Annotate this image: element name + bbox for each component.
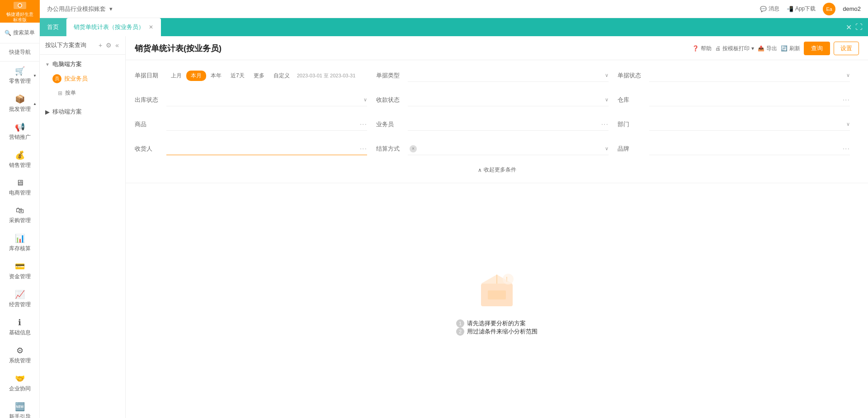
warehouse-input[interactable]: ··· — [649, 94, 850, 106]
collapse-label: 收起更多条件 — [484, 166, 516, 174]
date-tab-custom[interactable]: 自定义 — [269, 71, 294, 81]
scheme-collapse-button[interactable]: « — [114, 41, 120, 50]
sidebar-item-enterprise[interactable]: 🤝 企业协同 — [0, 369, 39, 397]
scheme-panel-title: 按以下方案查询 — [45, 41, 86, 49]
scheme-sub-item-order[interactable]: ⊞ 按单 — [40, 86, 125, 100]
refresh-icon: 🔄 — [781, 45, 788, 52]
sidebar-item-business[interactable]: 📈 经营管理 — [0, 285, 39, 313]
print-dropdown-arrow: ▾ — [751, 45, 754, 52]
date-tab-lastmonth[interactable]: 上月 — [166, 71, 186, 81]
tabbar-actions: ✕ ⛶ — [846, 18, 868, 36]
ecommerce-icon: 🖥 — [16, 178, 24, 188]
breadcrumb-dropdown[interactable]: ▾ — [109, 5, 113, 12]
sidebar-item-marketing[interactable]: 📢 营销推广 — [0, 118, 39, 146]
sales-icon: 💰 — [15, 150, 25, 160]
filter-salesperson-cell: 业务员 ··· — [376, 114, 618, 134]
enterprise-icon: 🤝 — [15, 374, 25, 384]
user-avatar[interactable]: Ea — [823, 3, 835, 15]
refresh-button[interactable]: 🔄 刷新 — [781, 45, 800, 52]
tip2-num: 2 — [456, 328, 464, 336]
desktop-group-arrow: ▼ — [45, 62, 50, 67]
print-button[interactable]: 🖨 按模板打印 ▾ — [715, 45, 754, 52]
topbar-breadcrumb: 办公用品行业模拟账套 ▾ — [47, 5, 113, 13]
search-menu-button[interactable]: 🔍 搜索菜单 — [3, 26, 37, 39]
brand-label: 品牌 — [618, 145, 649, 153]
scheme-add-button[interactable]: + — [98, 41, 103, 50]
inventory-icon: 📊 — [15, 233, 25, 243]
date-tab-more[interactable]: 更多 — [249, 71, 269, 81]
tab-home[interactable]: 首页 — [40, 18, 66, 36]
outstatus-select[interactable]: ∨ — [166, 94, 367, 106]
settings-button[interactable]: 设置 — [834, 42, 859, 55]
app-logo[interactable]: 畅捷通好生意 标准版 — [0, 0, 40, 23]
sidebar-item-basics[interactable]: ℹ 基础信息 — [0, 313, 39, 341]
sidebar-item-wholesale[interactable]: 📦 批发管理 — [0, 90, 39, 118]
tab-expand-button[interactable]: ⛶ — [855, 23, 863, 31]
sidebar-item-system[interactable]: ⚙ 系统管理 — [0, 341, 39, 369]
app-download-button[interactable]: 📲 App下载 — [787, 5, 816, 13]
date-tab-thismonth[interactable]: 本月 — [186, 71, 206, 81]
collectstatus-label: 收款状态 — [376, 96, 408, 104]
breadcrumb-text: 办公用品行业模拟账套 — [47, 5, 106, 13]
page-header: 销货单统计表(按业务员) ❓ 帮助 🖨 按模板打印 ▾ 📤 — [126, 36, 868, 60]
sidebar-item-finance[interactable]: 💳 资金管理 — [0, 257, 39, 285]
tab-home-label: 首页 — [47, 23, 59, 31]
date-tab-last7days[interactable]: 近7天 — [226, 71, 249, 81]
goods-input[interactable]: ··· — [166, 118, 367, 131]
desktop-group-title[interactable]: ▼ 电脑端方案 — [40, 57, 125, 71]
sidebar-item-ecommerce[interactable]: 🖥 电商管理 — [0, 174, 39, 201]
date-control: 上月 本月 本年 近7天 更多 自定义 2023-03-01 至 2023-03… — [166, 71, 367, 81]
quick-nav-button[interactable]: 快捷导航 — [0, 46, 39, 58]
doctype-select[interactable]: ∨ — [408, 69, 609, 82]
svg-point-7 — [503, 274, 514, 285]
tab-sales-report-label: 销货单统计表（按业务员） — [74, 23, 144, 31]
collapse-bar[interactable]: ∧ 收起更多条件 — [135, 162, 859, 177]
filter-settle-cell: 结算方式 × ∨ — [376, 139, 618, 159]
sidebar-item-inventory[interactable]: 📊 库存核算 — [0, 229, 39, 257]
collectstatus-select[interactable]: ∨ — [408, 94, 609, 106]
sidebar-item-purchase[interactable]: 🛍 采购管理 — [0, 201, 39, 229]
svg-text:!: ! — [506, 276, 508, 283]
tab-sales-report[interactable]: 销货单统计表（按业务员） ✕ — [66, 18, 161, 36]
topbar: 办公用品行业模拟账套 ▾ 💬 消息 📲 App下载 Ea demo2 — [40, 0, 868, 18]
tab-close-button[interactable]: ✕ — [149, 24, 153, 30]
export-button[interactable]: 📤 导出 — [758, 45, 777, 52]
desktop-group-label: 电脑端方案 — [52, 60, 82, 68]
salesperson-scheme-label: 按业务员 — [64, 75, 88, 83]
business-icon: 📈 — [15, 290, 25, 299]
mobile-group-title[interactable]: ▶ 移动端方案 — [40, 105, 125, 119]
search-nav-section: 🔍 搜索菜单 — [0, 23, 39, 43]
scheme-item-salesperson[interactable]: 员 按业务员 — [40, 71, 125, 86]
brand-input[interactable]: ··· — [649, 142, 850, 155]
help-icon: ❓ — [692, 45, 699, 52]
svg-rect-5 — [488, 290, 506, 299]
query-button[interactable]: 查询 — [804, 42, 830, 55]
date-tab-thisyear[interactable]: 本年 — [206, 71, 226, 81]
svg-point-2 — [19, 4, 21, 7]
message-button[interactable]: 💬 消息 — [760, 5, 779, 13]
filter-collectstatus-cell: 收款状态 ∨ — [376, 90, 618, 110]
sidebar-item-newuser[interactable]: 🆕 新手引导 — [0, 397, 39, 418]
order-scheme-label: 按单 — [65, 89, 76, 97]
tip1-num: 1 — [456, 319, 464, 328]
empty-box-svg: ! — [470, 266, 524, 311]
filter-outstatus-cell: 出库状态 ∨ — [135, 90, 376, 110]
department-select[interactable]: ∨ — [649, 118, 850, 131]
settle-select[interactable]: × ∨ — [408, 142, 609, 155]
collapse-up-icon: ∧ — [478, 167, 482, 173]
retail-icon: 🛒 — [15, 66, 25, 76]
docstatus-select[interactable]: ∨ — [649, 69, 850, 82]
salesperson-input[interactable]: ··· — [408, 118, 609, 131]
empty-tip-2: 2 用过滤条件来缩小分析范围 — [456, 328, 538, 336]
filter-doctype-cell: 单据类型 ∨ — [376, 66, 618, 86]
quick-nav-section: 快捷导航 — [0, 43, 39, 62]
sidebar-item-retail[interactable]: 🛒 零售管理 — [0, 62, 39, 90]
scheme-settings-button[interactable]: ⚙ — [105, 41, 113, 50]
settle-tag-close[interactable]: × — [410, 145, 417, 152]
receiver-input[interactable]: ··· — [166, 142, 367, 155]
tip1-text: 请先选择要分析的方案 — [467, 319, 526, 328]
tab-close-all-button[interactable]: ✕ — [846, 23, 852, 32]
sidebar-item-sales[interactable]: 💰 销售管理 — [0, 146, 39, 174]
help-button[interactable]: ❓ 帮助 — [692, 45, 712, 52]
order-scheme-icon: ⊞ — [58, 90, 62, 96]
